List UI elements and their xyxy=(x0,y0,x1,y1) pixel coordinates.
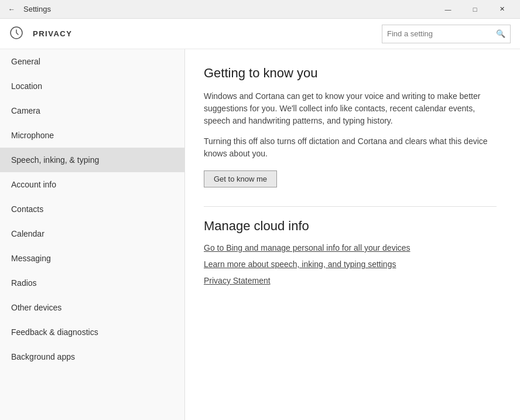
minimize-icon: — xyxy=(445,6,451,13)
back-icon: ← xyxy=(8,5,15,13)
content-pane: Getting to know you Windows and Cortana … xyxy=(185,49,520,420)
close-icon: ✕ xyxy=(500,5,505,13)
main-content: General Location Camera Microphone Speec… xyxy=(0,49,520,420)
window-controls: — □ ✕ xyxy=(435,0,515,19)
privacy-statement-link[interactable]: Privacy Statement xyxy=(204,276,501,285)
sidebar-item-calendar[interactable]: Calendar xyxy=(0,221,184,246)
getting-to-know-title: Getting to know you xyxy=(204,66,501,81)
sidebar-item-general[interactable]: General xyxy=(0,49,184,74)
app-title: PRIVACY xyxy=(33,29,382,38)
sidebar: General Location Camera Microphone Speec… xyxy=(0,49,185,420)
sidebar-item-microphone[interactable]: Microphone xyxy=(0,123,184,148)
learn-more-link[interactable]: Learn more about speech, inking, and typ… xyxy=(204,259,501,269)
sidebar-item-messaging[interactable]: Messaging xyxy=(0,246,184,271)
getting-to-know-desc2: Turning this off also turns off dictatio… xyxy=(204,135,497,160)
sidebar-item-radios[interactable]: Radios xyxy=(0,271,184,295)
search-box: 🔍 xyxy=(382,25,511,43)
window-title: Settings xyxy=(23,5,435,13)
sidebar-item-speech[interactable]: Speech, inking, & typing xyxy=(0,148,184,172)
sidebar-item-feedback[interactable]: Feedback & diagnostics xyxy=(0,320,184,344)
section-divider xyxy=(204,206,497,207)
maximize-button[interactable]: □ xyxy=(461,0,488,19)
close-button[interactable]: ✕ xyxy=(488,0,515,19)
getting-to-know-body: Windows and Cortana can get to know your… xyxy=(204,90,497,160)
sidebar-item-camera[interactable]: Camera xyxy=(0,98,184,123)
sidebar-item-account-info[interactable]: Account info xyxy=(0,172,184,197)
sidebar-item-location[interactable]: Location xyxy=(0,74,184,98)
get-to-know-me-button[interactable]: Get to know me xyxy=(204,170,277,187)
bing-manage-link[interactable]: Go to Bing and manage personal info for … xyxy=(204,243,501,252)
minimize-button[interactable]: — xyxy=(435,0,461,19)
maximize-icon: □ xyxy=(473,6,477,13)
search-input[interactable] xyxy=(387,29,496,38)
title-bar: ← Settings — □ ✕ xyxy=(0,0,520,19)
sidebar-item-contacts[interactable]: Contacts xyxy=(0,197,184,221)
app-container: PRIVACY 🔍 General Location Camera Microp… xyxy=(0,19,520,420)
getting-to-know-desc1: Windows and Cortana can get to know your… xyxy=(204,90,497,127)
privacy-icon xyxy=(9,26,26,42)
sidebar-item-other-devices[interactable]: Other devices xyxy=(0,295,184,320)
app-header: PRIVACY 🔍 xyxy=(0,19,520,49)
sidebar-item-background-apps[interactable]: Background apps xyxy=(0,344,184,369)
search-icon: 🔍 xyxy=(496,29,505,38)
back-button[interactable]: ← xyxy=(5,2,19,16)
manage-cloud-title: Manage cloud info xyxy=(204,218,501,234)
